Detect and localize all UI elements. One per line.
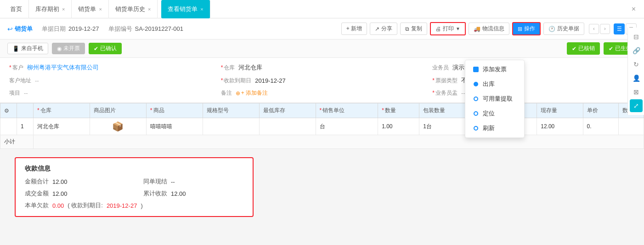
tab-home[interactable]: 首页 [4, 0, 29, 18]
col-image: 商品图片 [90, 103, 146, 118]
col-price: 单价 [583, 103, 619, 118]
tab-inventory[interactable]: 库存期初 × [29, 0, 72, 18]
owed-value: 0.00 [52, 202, 64, 209]
note-row: 备注 ⊕ + 添加备注 [221, 89, 424, 97]
tab-sales-history[interactable]: 销货单历史 × [109, 0, 158, 18]
right-sidebar: ⊟ 🔗 ↻ 👤 ⊠ ⤢ [627, 28, 644, 115]
add-note-button[interactable]: ⊕ + 添加备注 [236, 89, 268, 97]
sidebar-icon-1[interactable]: ⊟ [630, 30, 643, 43]
warehouse-row: 仓库 河北仓库 [221, 63, 424, 72]
copy-icon: ⧉ [405, 26, 409, 32]
list-view-button[interactable]: ☰ [614, 23, 625, 34]
copy-button[interactable]: ⧉ 复制 [400, 23, 427, 35]
product-table: ⚙ 仓库 商品图片 商品 规格型号 最低库存 销售单位 数量 包装数量 可用量 … [0, 103, 644, 149]
col-qty: 数量 [378, 103, 419, 118]
logistics-button[interactable]: 🚚 物流信息 [469, 23, 509, 35]
sidebar-icon-2[interactable]: 🔗 [630, 44, 643, 57]
due-date-value: 2019-12-27 [255, 77, 286, 84]
doc-header: ↩ 销货单 单据日期 2019-12-27 单据编号 SA-20191227-0… [0, 18, 644, 40]
operate-dropdown: 添加发票 出库 可用量提取 定位 刷新 [465, 60, 525, 138]
dropdown-outbound[interactable]: 出库 [465, 77, 524, 91]
total-row: 金额合计 12.00 [25, 177, 125, 186]
project-value: -- [24, 90, 28, 97]
col-num [17, 103, 34, 118]
not-open-button[interactable]: ◉ 未开票 [52, 43, 85, 54]
no-label: 单据编号 [108, 25, 132, 33]
tab-sales[interactable]: 销货单 × [72, 0, 108, 18]
new-button[interactable]: + 新增 [341, 23, 367, 35]
share-icon: ↗ [375, 26, 379, 32]
owed-row: 本单欠款 0.00 ( 收款到期日: 2019-12-27 ) [25, 201, 243, 210]
next-button[interactable]: › [600, 24, 610, 34]
tab-view-sales-close[interactable]: × [200, 6, 203, 12]
row-spec [203, 118, 259, 135]
tab-sales-history-close[interactable]: × [148, 6, 151, 12]
owed-label: 本单欠款 [25, 201, 49, 210]
operate-button[interactable]: ⊞ 操作 [512, 22, 541, 35]
row-settings [0, 118, 17, 135]
col-settings[interactable]: ⚙ [0, 103, 17, 118]
due-date-row: 收款到期日 2019-12-27 [221, 76, 424, 85]
subtotal-row: 小计 [0, 135, 644, 149]
date-value: 2019-12-27 [68, 25, 99, 32]
col-spec: 规格型号 [203, 103, 259, 118]
same-order-value: -- [171, 178, 175, 185]
cumulative-label: 累计收款 [143, 189, 167, 198]
same-order-row: 同单现结 -- [143, 177, 243, 186]
payment-title: 收款信息 [25, 165, 243, 173]
subtotal-label: 小计 [0, 135, 34, 149]
payment-box: 收款信息 金额合计 12.00 同单现结 -- 成交金额 12.00 累计收款 … [15, 157, 254, 217]
dropdown-locate[interactable]: 定位 [465, 106, 524, 121]
sidebar-icon-3[interactable]: ↻ [630, 58, 643, 71]
ticket-label: 票据类型 [432, 77, 458, 85]
doc-meta: 单据日期 2019-12-27 单据编号 SA-20191227-001 [42, 25, 183, 33]
no-value: SA-20191227-001 [135, 25, 184, 32]
cumulative-row: 累计收款 12.00 [143, 189, 243, 198]
operate-icon: ⊞ [518, 26, 522, 32]
tab-view-sales[interactable]: 查看销货单 × [161, 0, 210, 18]
row-unit: 台 [316, 118, 378, 135]
row-price: 0. [583, 118, 619, 135]
sidebar-icon-5[interactable]: ⊠ [630, 85, 643, 98]
row-num: 1 [17, 118, 34, 135]
doc-type: ↩ 销货单 [7, 25, 33, 33]
sold-out-button[interactable]: ✔ 已核销 [567, 42, 600, 55]
row-amount [619, 118, 644, 135]
deal-amount-value: 12.00 [52, 190, 68, 197]
dropdown-add-invoice[interactable]: 添加发票 [465, 62, 524, 77]
deal-amount-label: 成交金额 [25, 189, 49, 198]
window-close-button[interactable]: × [627, 5, 640, 13]
history-button[interactable]: 🕐 历史单据 [543, 23, 584, 35]
project-label: 项目 [9, 89, 20, 97]
customer-row: 客户 柳州粤港平安气体有限公司 [9, 63, 212, 72]
tab-inventory-close[interactable]: × [62, 6, 65, 12]
total-value: 12.00 [52, 178, 68, 185]
owed-date: 2019-12-27 [107, 202, 137, 209]
tab-sales-close[interactable]: × [99, 6, 102, 12]
col-current-stock: 现存量 [537, 103, 583, 118]
total-label: 金额合计 [25, 177, 49, 186]
staff-row: 业务员 演示账号 [432, 63, 635, 72]
cumulative-value: 12.00 [171, 190, 186, 197]
sidebar-icon-4[interactable]: 👤 [630, 72, 643, 85]
prev-button[interactable]: ‹ [589, 24, 599, 34]
dropdown-qty-extract[interactable]: 可用量提取 [465, 91, 524, 106]
dropdown-refresh[interactable]: 刷新 [465, 121, 524, 136]
customer-value[interactable]: 柳州粤港平安气体有限公司 [27, 63, 99, 72]
sidebar-expand-button[interactable]: ⤢ [630, 99, 643, 112]
refresh-icon [473, 125, 479, 131]
outbound-icon [473, 81, 479, 87]
confirm-button[interactable]: ✔ 已确认 [89, 43, 122, 54]
logistics-icon: 🚚 [474, 26, 480, 32]
warehouse-label: 仓库 [221, 64, 235, 72]
ticket-row: 票据类型 不开票 [432, 76, 635, 85]
col-warehouse: 仓库 [34, 103, 90, 118]
col-product: 商品 [146, 103, 203, 118]
print-button[interactable]: 🖨 打印 ▼ [430, 22, 466, 35]
due-date-label: 收款到期日 [221, 77, 252, 85]
owed-close: ) [141, 202, 142, 209]
from-phone-button[interactable]: 📱 来自手机 [7, 43, 48, 54]
sold-out-icon: ✔ [572, 46, 576, 52]
toolbar-row: 📱 来自手机 ◉ 未开票 ✔ 已确认 ✔ 已核销 ✔ 已生效 [0, 40, 644, 58]
share-button[interactable]: ↗ 分享 [370, 23, 397, 35]
